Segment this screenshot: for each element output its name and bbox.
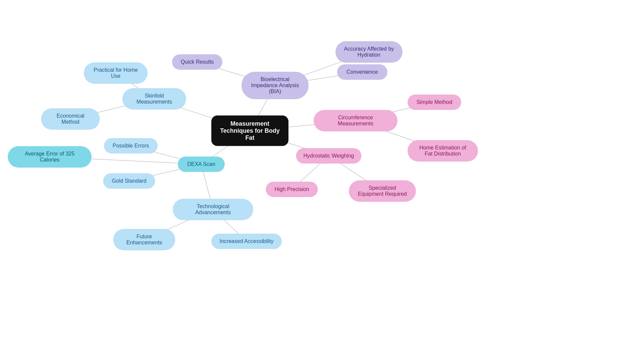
node-future_enhancements[interactable]: Future Enhancements bbox=[113, 229, 175, 250]
connections-svg bbox=[0, 0, 644, 363]
node-home_estimation[interactable]: Home Estimation of Fat Distribution bbox=[408, 140, 478, 162]
node-increased_accessibility[interactable]: Increased Accessibility bbox=[211, 234, 282, 249]
node-convenience[interactable]: Convenience bbox=[337, 64, 387, 80]
node-possible_errors[interactable]: Possible Errors bbox=[104, 138, 158, 154]
node-simple_method[interactable]: Simple Method bbox=[408, 95, 461, 110]
node-center[interactable]: Measurement Techniques for Body Fat bbox=[211, 116, 288, 146]
node-practical_home[interactable]: Practical for Home Use bbox=[84, 62, 148, 84]
node-hydrostatic[interactable]: Hydrostatic Weighing bbox=[296, 148, 362, 164]
node-specialized_equip[interactable]: Specialized Equipment Required bbox=[349, 180, 416, 202]
node-tech_advancements[interactable]: Technological Advancements bbox=[173, 199, 253, 220]
node-dexa[interactable]: DEXA Scan bbox=[178, 157, 225, 172]
node-quick_results[interactable]: Quick Results bbox=[172, 54, 222, 70]
node-average_error[interactable]: Average Error of 325 Calories bbox=[8, 146, 92, 168]
node-bia[interactable]: Bioelectrical Impedance Analysis (BIA) bbox=[241, 72, 309, 99]
node-accuracy_hydration[interactable]: Accuracy Affected by Hydration bbox=[335, 41, 402, 63]
node-circumference[interactable]: Circumference Measurements bbox=[314, 110, 397, 131]
mindmap-container: Measurement Techniques for Body FatBioel… bbox=[0, 0, 644, 363]
node-economical[interactable]: Economical Method bbox=[41, 108, 100, 130]
node-skinfold[interactable]: Skinfold Measurements bbox=[122, 88, 186, 110]
node-gold_standard[interactable]: Gold Standard bbox=[103, 173, 155, 189]
node-high_precision[interactable]: High Precision bbox=[266, 182, 318, 197]
